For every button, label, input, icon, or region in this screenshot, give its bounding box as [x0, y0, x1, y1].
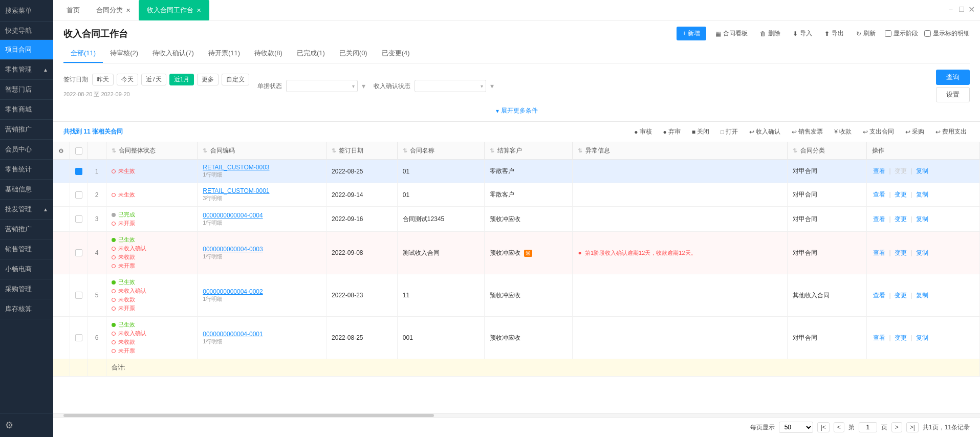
sidebar-item-retail-mall[interactable]: 零售商城: [0, 100, 53, 120]
td-checkbox[interactable]: [70, 183, 88, 207]
filter-tab-pending-payment[interactable]: 待收款(8): [247, 45, 290, 63]
sidebar-item-member[interactable]: 会员中心: [0, 140, 53, 160]
setting-button[interactable]: 设置: [936, 87, 970, 102]
op-view-btn[interactable]: 查看: [873, 167, 885, 174]
tab-close-icon[interactable]: ✕: [197, 0, 201, 20]
sidebar-item-batch-mgmt[interactable]: 批发管理 ▲: [0, 200, 53, 220]
date-btn-yesterday[interactable]: 昨天: [92, 74, 114, 85]
sidebar-search[interactable]: 搜索菜单: [0, 0, 53, 22]
horizontal-scrollbar[interactable]: [53, 413, 980, 417]
op-change-btn[interactable]: 变更: [895, 191, 907, 198]
col-sort-icon[interactable]: ⇅: [490, 147, 494, 154]
tab-close-icon[interactable]: ✕: [126, 0, 130, 20]
tab-contract-class[interactable]: 合同分类 ✕: [88, 0, 139, 20]
op-copy-btn[interactable]: 复制: [916, 334, 928, 341]
select-all-checkbox[interactable]: [75, 147, 82, 155]
contract-code-link[interactable]: RETAIL_CUSTOM-0001: [203, 187, 321, 194]
prev-page-btn[interactable]: <: [834, 422, 844, 432]
op-change-btn[interactable]: 变更: [895, 292, 907, 299]
page-number-input[interactable]: [859, 422, 877, 432]
action-open-btn[interactable]: □ 打开: [717, 126, 741, 138]
sidebar-item-retail-stats[interactable]: 零售统计: [0, 160, 53, 180]
date-btn-today[interactable]: 今天: [117, 74, 138, 85]
td-checkbox[interactable]: [70, 274, 88, 317]
contract-code-link[interactable]: 0000000000004-0004: [203, 212, 321, 219]
sidebar-item-stock[interactable]: 库存核算: [0, 299, 53, 319]
show-stages-label[interactable]: 显示阶段: [885, 29, 918, 38]
col-sort-icon[interactable]: ⇅: [793, 147, 797, 154]
op-copy-btn[interactable]: 复制: [916, 167, 928, 174]
col-sort-icon[interactable]: ⇅: [578, 147, 582, 154]
page-size-select[interactable]: 50 10 20 100: [779, 422, 813, 433]
op-view-btn[interactable]: 查看: [873, 334, 885, 341]
show-marks-label[interactable]: 显示标的明细: [924, 29, 970, 38]
date-btn-custom[interactable]: 自定义: [222, 74, 249, 85]
filter-tab-pending-review[interactable]: 待审核(2): [103, 45, 145, 63]
date-btn-1month[interactable]: 近1月: [169, 74, 194, 85]
close-window-icon[interactable]: ✕: [968, 5, 975, 15]
op-change-btn[interactable]: 变更: [895, 215, 907, 223]
tab-income-contract[interactable]: 收入合同工作台 ✕: [139, 0, 209, 20]
settings-col-icon[interactable]: ⚙: [58, 147, 64, 155]
show-stages-checkbox[interactable]: [885, 30, 891, 37]
op-change-btn[interactable]: 变更: [895, 167, 907, 174]
op-copy-btn[interactable]: 复制: [916, 249, 928, 256]
action-close-btn[interactable]: ■ 关闭: [689, 126, 712, 138]
td-checkbox[interactable]: [70, 317, 88, 359]
op-view-btn[interactable]: 查看: [873, 292, 885, 299]
op-view-btn[interactable]: 查看: [873, 191, 885, 198]
next-page-btn[interactable]: >: [891, 422, 902, 432]
action-expense-contract-btn[interactable]: ↩ 支出合同: [860, 126, 897, 138]
export-button[interactable]: ⬆ 导出: [821, 27, 847, 40]
filter-tab-all[interactable]: 全部(11): [63, 45, 103, 63]
op-change-btn[interactable]: 变更: [895, 249, 907, 256]
op-view-btn[interactable]: 查看: [873, 215, 885, 223]
date-btn-7days[interactable]: 近7天: [141, 74, 166, 85]
filter-tab-closed[interactable]: 已关闭(0): [332, 45, 375, 63]
sidebar-nav[interactable]: 快捷导航: [0, 22, 53, 40]
contract-code-link[interactable]: 0000000000004-0002: [203, 288, 321, 295]
show-marks-checkbox[interactable]: [924, 30, 931, 37]
doc-status-select[interactable]: [286, 80, 358, 92]
contract-board-button[interactable]: ▦ 合同看板: [712, 27, 751, 40]
op-view-btn[interactable]: 查看: [873, 249, 885, 256]
th-settings[interactable]: ⚙: [53, 142, 70, 160]
th-checkbox[interactable]: [70, 142, 88, 160]
sidebar-item-marketing[interactable]: 营销推广: [0, 120, 53, 140]
tab-home[interactable]: 首页: [58, 0, 88, 20]
action-expense-btn[interactable]: ↩ 费用支出: [932, 126, 970, 138]
action-abandon-btn[interactable]: ● 弃审: [660, 126, 684, 138]
filter-tab-pending-income[interactable]: 待收入确认(7): [145, 45, 201, 63]
contract-code-link[interactable]: 0000000000004-0003: [203, 246, 321, 253]
action-income-confirm-btn[interactable]: ↩ 收入确认: [746, 126, 783, 138]
td-checkbox[interactable]: [70, 232, 88, 274]
maximize-icon[interactable]: □: [959, 5, 964, 15]
op-copy-btn[interactable]: 复制: [916, 191, 928, 198]
sidebar-item-marketing2[interactable]: 营销推广: [0, 220, 53, 239]
action-invoice-btn[interactable]: ↩ 销售发票: [789, 126, 826, 138]
op-copy-btn[interactable]: 复制: [916, 292, 928, 299]
col-sort-icon[interactable]: ⇅: [112, 147, 116, 154]
minimize-icon[interactable]: －: [947, 5, 955, 15]
td-checkbox[interactable]: [70, 207, 88, 232]
op-copy-btn[interactable]: 复制: [916, 215, 928, 223]
filter-tab-done[interactable]: 已完成(1): [290, 45, 332, 63]
op-change-btn[interactable]: 变更: [895, 334, 907, 341]
action-review-btn[interactable]: ● 审核: [631, 126, 655, 138]
date-btn-more[interactable]: 更多: [197, 74, 219, 85]
query-button[interactable]: 查询: [936, 70, 970, 85]
import-button[interactable]: ⬇ 导入: [790, 27, 815, 40]
sidebar-item-sales-mgmt[interactable]: 销售管理: [0, 239, 53, 259]
col-sort-icon[interactable]: ⇅: [403, 147, 407, 154]
sidebar-item-retail-mgmt[interactable]: 零售管理 ▲: [0, 60, 53, 80]
td-checkbox[interactable]: [70, 160, 88, 183]
sidebar-item-xiaoqi[interactable]: 小畅电商: [0, 259, 53, 279]
col-sort-icon[interactable]: ⇅: [332, 147, 336, 154]
sidebar-item-base-info[interactable]: 基础信息: [0, 180, 53, 200]
contract-code-link[interactable]: 0000000000004-0001: [203, 331, 321, 338]
first-page-btn[interactable]: |<: [817, 422, 830, 432]
sidebar-item-smart-store[interactable]: 智慧门店: [0, 80, 53, 100]
filter-tab-changed[interactable]: 已变更(4): [375, 45, 417, 63]
action-purchase-btn[interactable]: ↩ 采购: [902, 126, 927, 138]
action-payment-btn[interactable]: ¥ 收款: [831, 126, 855, 138]
